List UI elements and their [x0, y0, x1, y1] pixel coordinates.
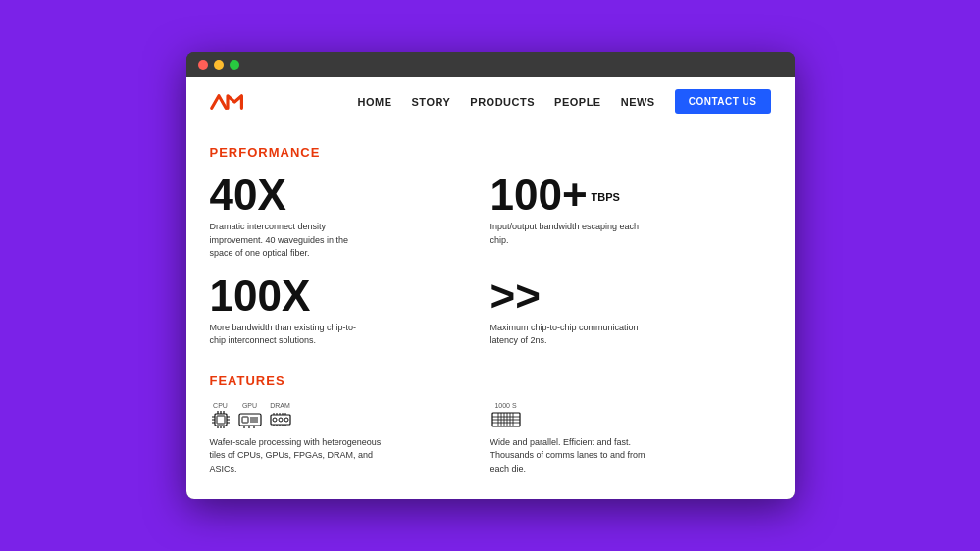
logo-icon [210, 90, 245, 114]
stat-100plus: 100+ TBPS Input/output bandwidth escapin… [490, 174, 771, 261]
features-grid: CPU [210, 402, 771, 476]
cpu-icon [210, 409, 232, 430]
nav-links: HOME STORY PRODUCTS PEOPLE NEWS CONTACT … [358, 89, 771, 114]
main-content: PERFORMANCE 40X Dramatic interconnect de… [186, 125, 795, 499]
stat-100plus-super: TBPS [592, 192, 620, 211]
dram-icon-box: DRAM [269, 402, 292, 430]
logo [210, 90, 245, 114]
comms-icon-row: 1000 S [490, 402, 755, 430]
nav-people[interactable]: PEOPLE [554, 96, 601, 108]
stat-100x-desc: More bandwidth than existing chip-to-chi… [210, 322, 367, 348]
page-content: HOME STORY PRODUCTS PEOPLE NEWS CONTACT … [186, 77, 795, 499]
gpu-icon-box: GPU [237, 402, 263, 430]
stats-grid: 40X Dramatic interconnect density improv… [210, 174, 771, 362]
nav-home[interactable]: HOME [358, 96, 392, 108]
stat-100plus-number: 100+ TBPS [490, 174, 755, 217]
gpu-icon [237, 409, 263, 430]
maximize-dot[interactable] [230, 60, 239, 70]
stat-40x-desc: Dramatic interconnect density improvemen… [210, 221, 367, 261]
svg-rect-1 [217, 416, 225, 424]
svg-point-24 [279, 418, 283, 422]
performance-label: PERFORMANCE [210, 145, 771, 160]
stat-arrows-symbol: >> [490, 275, 755, 318]
comms-icon-box: 1000 S [490, 402, 522, 430]
stat-40x: 40X Dramatic interconnect density improv… [210, 174, 490, 261]
gpu-label: GPU [242, 402, 257, 409]
browser-window: HOME STORY PRODUCTS PEOPLE NEWS CONTACT … [186, 52, 795, 499]
comms-lanes-icon [490, 409, 522, 430]
dram-icon [269, 409, 292, 430]
contact-button[interactable]: CONTACT US [675, 89, 771, 114]
stat-100x-number: 100X [210, 275, 475, 318]
nav: HOME STORY PRODUCTS PEOPLE NEWS CONTACT … [186, 77, 795, 125]
stat-arrows-desc: Maximum chip-to-chip communication laten… [490, 322, 647, 348]
nav-products[interactable]: PRODUCTS [470, 96, 535, 108]
svg-rect-22 [271, 415, 290, 425]
features-label: FEATURES [210, 374, 771, 388]
minimize-dot[interactable] [214, 60, 224, 70]
svg-rect-15 [242, 417, 248, 423]
stat-100x: 100X More bandwidth than existing chip-t… [210, 275, 490, 348]
feature-chips-desc: Wafer-scale processing with heterogeneou… [210, 436, 387, 476]
comms-label: 1000 S [494, 402, 516, 409]
feature-comms: 1000 S [490, 402, 771, 476]
svg-point-25 [284, 418, 288, 422]
svg-point-23 [273, 418, 277, 422]
cpu-icon-box: CPU [210, 402, 232, 430]
browser-chrome [186, 52, 795, 77]
chip-icons-row: CPU [210, 402, 475, 430]
nav-news[interactable]: NEWS [621, 96, 655, 108]
cpu-label: CPU [213, 402, 228, 409]
feature-comms-desc: Wide and parallel. Efficient and fast. T… [490, 436, 667, 476]
dram-label: DRAM [270, 402, 290, 409]
features-section: FEATURES CPU [210, 374, 771, 476]
stat-40x-number: 40X [210, 174, 475, 217]
stat-100plus-desc: Input/output bandwidth escaping each chi… [490, 221, 647, 247]
feature-chips: CPU [210, 402, 490, 476]
nav-story[interactable]: STORY [412, 96, 451, 108]
close-dot[interactable] [198, 60, 208, 70]
stat-arrows: >> Maximum chip-to-chip communication la… [490, 275, 771, 348]
